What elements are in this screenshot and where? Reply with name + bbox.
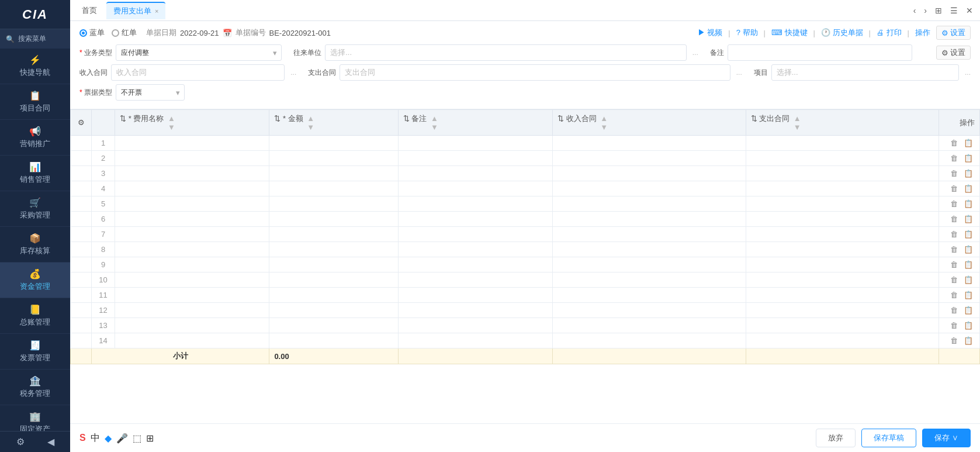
- row-income-contract[interactable]: [553, 166, 746, 181]
- sidebar-item-sales-mgmt[interactable]: 📊 销售管理: [0, 156, 70, 191]
- row-expense-name[interactable]: [115, 272, 269, 288]
- row-income-contract[interactable]: [553, 288, 746, 303]
- income-contract-header[interactable]: ⇅ 收入合同 ▲▼: [553, 110, 746, 136]
- row-expense-name[interactable]: [115, 333, 269, 349]
- row-amount[interactable]: [269, 151, 398, 166]
- row-remark[interactable]: [398, 151, 552, 166]
- expense-contract-header[interactable]: ⇅ 支出合同 ▲▼: [746, 110, 939, 136]
- expense-name-header[interactable]: ⇅ * 费用名称 ▲▼: [115, 110, 269, 136]
- remark-header[interactable]: ⇅ 备注 ▲▼: [398, 110, 552, 136]
- row-delete-button[interactable]: 🗑: [948, 275, 960, 285]
- discard-button[interactable]: 放弃: [816, 429, 856, 447]
- row-expense-name[interactable]: [115, 242, 269, 257]
- row-expense-contract[interactable]: [746, 257, 939, 272]
- row-copy-button[interactable]: 📋: [962, 153, 975, 163]
- sidebar-item-accounting-mgmt[interactable]: 📒 总账管理: [0, 298, 70, 334]
- save-button[interactable]: 保存 ∨: [922, 429, 971, 447]
- row-income-contract[interactable]: [553, 227, 746, 242]
- row-amount[interactable]: [269, 288, 398, 303]
- partner-input[interactable]: 选择...: [325, 44, 686, 61]
- row-income-contract[interactable]: [553, 318, 746, 333]
- row-remark[interactable]: [398, 242, 552, 257]
- row-copy-button[interactable]: 📋: [962, 229, 975, 239]
- row-amount[interactable]: [269, 212, 398, 227]
- history-action[interactable]: 🕐 历史单据: [821, 27, 863, 38]
- sidebar-item-project-contract[interactable]: 📋 项目合同: [0, 84, 70, 120]
- row-expense-contract[interactable]: [746, 166, 939, 181]
- row-copy-button[interactable]: 📋: [962, 138, 975, 148]
- row-delete-button[interactable]: 🗑: [948, 290, 960, 300]
- grid-view-icon[interactable]: ⊞: [933, 5, 944, 16]
- row-remark[interactable]: [398, 181, 552, 196]
- row-expense-contract[interactable]: [746, 318, 939, 333]
- row-remark[interactable]: [398, 288, 552, 303]
- row-expense-name[interactable]: [115, 303, 269, 318]
- sidebar-item-capital-mgmt[interactable]: 💰 资金管理: [0, 263, 70, 298]
- table-settings-col[interactable]: ⚙: [71, 110, 92, 136]
- operate-action[interactable]: 操作: [915, 27, 930, 38]
- row-copy-button[interactable]: 📋: [962, 290, 975, 300]
- row-income-contract[interactable]: [553, 212, 746, 227]
- row-copy-button[interactable]: 📋: [962, 320, 975, 330]
- row-delete-button[interactable]: 🗑: [948, 168, 960, 178]
- settings-button[interactable]: ⚙ 设置: [936, 26, 971, 40]
- brand-box1-icon[interactable]: ⬚: [133, 433, 141, 444]
- prev-tab-icon[interactable]: ‹: [911, 5, 919, 16]
- sidebar-item-invoice-mgmt[interactable]: 🧾 发票管理: [0, 334, 70, 370]
- biz-type-select[interactable]: 应付调整: [116, 44, 282, 61]
- row-expense-contract[interactable]: [746, 242, 939, 257]
- row-delete-button[interactable]: 🗑: [948, 244, 960, 254]
- sidebar-item-tax-mgmt[interactable]: 🏦 税务管理: [0, 370, 70, 405]
- row-expense-name[interactable]: [115, 257, 269, 272]
- sidebar-search[interactable]: 🔍 搜索菜单: [0, 29, 70, 49]
- row-income-contract[interactable]: [553, 333, 746, 349]
- row-delete-button[interactable]: 🗑: [948, 305, 960, 315]
- row-expense-contract[interactable]: [746, 303, 939, 318]
- row-remark[interactable]: [398, 166, 552, 181]
- row-remark[interactable]: [398, 303, 552, 318]
- row-copy-button[interactable]: 📋: [962, 199, 975, 209]
- sidebar-item-fixed-assets[interactable]: 🏢 固定资产: [0, 405, 70, 431]
- row-income-contract[interactable]: [553, 196, 746, 212]
- expense-contract-input[interactable]: 支出合同: [340, 64, 730, 81]
- brand-s-icon[interactable]: S: [79, 433, 86, 443]
- settings-icon[interactable]: ⚙: [16, 436, 25, 447]
- collapse-icon[interactable]: ◀: [47, 436, 54, 447]
- video-action[interactable]: ▶ 视频: [698, 27, 723, 38]
- brand-grid-icon[interactable]: ⊞: [146, 433, 154, 444]
- row-delete-button[interactable]: 🗑: [948, 199, 960, 209]
- row-amount[interactable]: [269, 227, 398, 242]
- row-copy-button[interactable]: 📋: [962, 168, 975, 178]
- partner-dots[interactable]: ...: [692, 49, 698, 57]
- row-expense-contract[interactable]: [746, 151, 939, 166]
- row-expense-name[interactable]: [115, 196, 269, 212]
- row-remark[interactable]: [398, 196, 552, 212]
- row-delete-button[interactable]: 🗑: [948, 320, 960, 330]
- sidebar-item-inventory-check[interactable]: 📦 库存核算: [0, 227, 70, 263]
- row-amount[interactable]: [269, 136, 398, 151]
- row-remark[interactable]: [398, 272, 552, 288]
- row-amount[interactable]: [269, 318, 398, 333]
- list-view-icon[interactable]: ☰: [948, 5, 960, 16]
- row-remark[interactable]: [398, 136, 552, 151]
- close-window-icon[interactable]: ✕: [964, 5, 975, 16]
- shortcut-action[interactable]: ⌨ 快捷键: [771, 27, 808, 38]
- row-expense-name[interactable]: [115, 136, 269, 151]
- help-action[interactable]: ? 帮助: [736, 27, 758, 38]
- sidebar-item-purchase-mgmt[interactable]: 🛒 采购管理: [0, 191, 70, 227]
- row-expense-name[interactable]: [115, 151, 269, 166]
- sidebar-item-quick-nav[interactable]: ⚡ 快捷导航: [0, 49, 70, 84]
- print-action[interactable]: 🖨 打印: [877, 27, 902, 38]
- row-remark[interactable]: [398, 318, 552, 333]
- tab-expense[interactable]: 费用支出单 ×: [106, 2, 165, 19]
- row-copy-button[interactable]: 📋: [962, 260, 975, 270]
- row-expense-contract[interactable]: [746, 136, 939, 151]
- row-remark[interactable]: [398, 227, 552, 242]
- row-income-contract[interactable]: [553, 181, 746, 196]
- tab-close-icon[interactable]: ×: [155, 8, 158, 15]
- brand-mic-icon[interactable]: 🎤: [116, 433, 128, 444]
- tab-home[interactable]: 首页: [75, 2, 104, 19]
- row-delete-button[interactable]: 🗑: [948, 184, 960, 194]
- row-delete-button[interactable]: 🗑: [948, 336, 960, 346]
- row-expense-contract[interactable]: [746, 272, 939, 288]
